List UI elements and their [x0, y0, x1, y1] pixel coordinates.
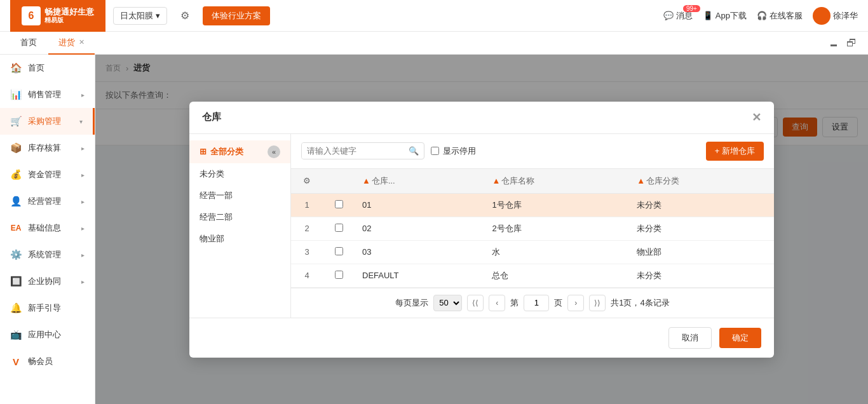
sidebar: 🏠 首页 📊 销售管理 ▸ 🛒 采购管理 ▾ 📦 库存核算 ▸ 💰 资金管理 ▸…	[0, 55, 95, 404]
table-row[interactable]: 3 03 水 物业部	[291, 240, 774, 264]
search-icon[interactable]: 🔍	[403, 143, 424, 159]
logo: 6 畅捷通好生意 精易版	[10, 0, 105, 32]
warehouse-table: ⚙ ▲仓库... ▲仓库名称 ▲仓库分类 1	[291, 169, 774, 288]
pagination-bar: 每页显示 50 ⟨⟨ ‹ 第 页 › ⟩⟩ 共1页，4条记录	[291, 288, 774, 318]
modal-sidebar-property[interactable]: 物业部	[189, 228, 290, 250]
modal-header: 仓库 ✕	[189, 102, 774, 134]
member-icon: V	[10, 356, 22, 367]
warehouse-table-wrap: ⚙ ▲仓库... ▲仓库名称 ▲仓库分类 1	[291, 169, 774, 288]
expand-arrow-icon: ▾	[79, 118, 83, 125]
sidebar-item-home[interactable]: 🏠 首页	[0, 55, 95, 81]
sidebar-item-inventory[interactable]: 📦 库存核算 ▸	[0, 135, 95, 161]
nav-actions: 🗕 🗗	[827, 36, 858, 50]
logo-text: 畅捷通好生意 精易版	[44, 7, 94, 25]
minimize-icon[interactable]: 🗕	[827, 36, 840, 50]
sidebar-item-sales[interactable]: 📊 销售管理 ▸	[0, 81, 95, 108]
maximize-icon[interactable]: 🗗	[845, 36, 858, 50]
col-code[interactable]: ▲仓库...	[355, 169, 484, 194]
col-checkbox	[323, 169, 355, 194]
tab-purchase[interactable]: 进货 ✕	[48, 32, 95, 55]
logo-icon: 6	[22, 6, 41, 25]
confirm-button[interactable]: 确定	[719, 328, 761, 348]
modal-sidebar-dept2[interactable]: 经营二部	[189, 206, 290, 228]
sidebar-item-guide[interactable]: 🔔 新手引导	[0, 295, 95, 321]
sidebar-item-purchase[interactable]: 🛒 采购管理 ▾	[0, 108, 95, 135]
basic-info-icon: EA	[10, 222, 22, 234]
sidebar-item-operations[interactable]: 👤 经营管理 ▸	[0, 188, 95, 215]
sidebar-item-basic-info[interactable]: EA 基础信息 ▸	[0, 215, 95, 241]
last-page-button[interactable]: ⟩⟩	[589, 295, 606, 311]
per-page-select[interactable]: 50	[433, 295, 462, 311]
sales-icon: 📊	[10, 89, 22, 100]
enterprise-icon: 🔲	[10, 276, 22, 287]
add-warehouse-button[interactable]: + 新增仓库	[706, 142, 764, 161]
table-row[interactable]: 2 02 2号仓库 未分类	[291, 217, 774, 240]
notification-badge: 99+	[683, 5, 700, 12]
branch-selector[interactable]: 日太阳膜 ▾	[113, 7, 167, 25]
message-icon: 💬	[663, 11, 674, 20]
row-checkbox[interactable]	[335, 247, 343, 255]
expand-arrow-icon: ▸	[81, 91, 85, 98]
sidebar-item-finance[interactable]: 💰 资金管理 ▸	[0, 161, 95, 188]
next-page-button[interactable]: ›	[567, 295, 584, 311]
modal-title: 仓库	[202, 111, 221, 123]
row-checkbox[interactable]	[335, 200, 343, 208]
sidebar-item-system[interactable]: ⚙️ 系统管理 ▸	[0, 241, 95, 268]
notification-button[interactable]: 💬 消息 99+	[663, 10, 693, 22]
chevron-down-icon: ▾	[156, 11, 160, 20]
tab-home[interactable]: 首页	[10, 32, 47, 55]
expand-arrow-icon: ▸	[81, 145, 85, 152]
gear-button[interactable]: ⚙	[175, 6, 195, 26]
headset-icon: 🎧	[757, 11, 767, 20]
cancel-button[interactable]: 取消	[668, 327, 712, 349]
main-layout: 🏠 首页 📊 销售管理 ▸ 🛒 采购管理 ▾ 📦 库存核算 ▸ 💰 资金管理 ▸…	[0, 55, 868, 404]
content-area: 首页 › 进货 按以下条件查询： 🖨 打印 ▾ ↑ 导出 ↺ 刷新 查询 设置	[95, 55, 868, 404]
col-settings[interactable]: ⚙	[291, 169, 323, 194]
col-category[interactable]: ▲仓库分类	[629, 169, 774, 194]
show-disabled-checkbox[interactable]: 显示停用	[431, 145, 476, 157]
modal-main: 🔍 显示停用 + 新增仓库	[291, 134, 774, 318]
nav-tabs: 首页 进货 ✕ 🗕 🗗	[0, 32, 868, 55]
modal-sidebar-all[interactable]: ⊞ 全部分类 «	[189, 140, 290, 163]
search-field[interactable]: 🔍	[301, 142, 424, 159]
table-row[interactable]: 4 DEFAULT 总仓 未分类	[291, 264, 774, 287]
tab-close-icon[interactable]: ✕	[79, 38, 85, 46]
experience-button[interactable]: 体验行业方案	[203, 6, 270, 25]
col-name[interactable]: ▲仓库名称	[484, 169, 629, 194]
row-checkbox[interactable]	[335, 271, 343, 279]
apps-icon: 📺	[10, 329, 22, 340]
inventory-icon: 📦	[10, 142, 22, 154]
operations-icon: 👤	[10, 196, 22, 207]
top-header: 6 畅捷通好生意 精易版 日太阳膜 ▾ ⚙ 体验行业方案 💬 消息 99+ 📱 …	[0, 0, 868, 32]
collapse-button[interactable]: «	[268, 145, 280, 158]
warehouse-modal: 仓库 ✕ ⊞ 全部分类 « 未分类	[189, 102, 774, 358]
expand-arrow-icon: ▸	[81, 225, 85, 232]
sidebar-item-apps[interactable]: 📺 应用中心	[0, 321, 95, 348]
sidebar-item-enterprise[interactable]: 🔲 企业协同 ▸	[0, 268, 95, 295]
row-checkbox[interactable]	[335, 224, 343, 232]
modal-sidebar-dept1[interactable]: 经营一部	[189, 185, 290, 206]
expand-arrow-icon: ▸	[81, 172, 85, 178]
user-menu-button[interactable]: 徐泽华	[813, 7, 858, 25]
home-icon: 🏠	[10, 62, 22, 74]
system-icon: ⚙️	[10, 249, 22, 260]
expand-arrow-icon: ▸	[81, 278, 85, 285]
online-service-button[interactable]: 🎧 在线客服	[757, 10, 803, 22]
app-download-button[interactable]: 📱 App下载	[703, 10, 747, 22]
expand-arrow-icon: ▸	[81, 198, 85, 205]
modal-close-button[interactable]: ✕	[752, 111, 761, 125]
modal-sidebar-uncategorized[interactable]: 未分类	[189, 163, 290, 185]
prev-page-button[interactable]: ‹	[489, 295, 505, 311]
table-row[interactable]: 1 01 1号仓库 未分类	[291, 193, 774, 217]
page-number-input[interactable]	[524, 295, 549, 311]
guide-icon: 🔔	[10, 302, 22, 314]
phone-icon: 📱	[703, 11, 713, 20]
search-input[interactable]	[302, 143, 403, 159]
grid-icon: ⊞	[200, 147, 207, 156]
first-page-button[interactable]: ⟨⟨	[467, 295, 484, 311]
avatar	[813, 7, 831, 25]
show-disabled-input[interactable]	[431, 147, 439, 155]
expand-arrow-icon: ▸	[81, 252, 85, 259]
sidebar-item-member[interactable]: V 畅会员	[0, 348, 95, 375]
purchase-icon: 🛒	[10, 116, 22, 127]
